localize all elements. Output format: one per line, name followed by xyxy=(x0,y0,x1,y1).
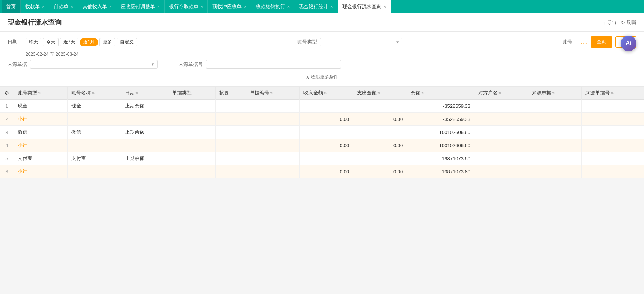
date-btn-1month[interactable]: 近1月 xyxy=(80,38,98,46)
ai-label: Ai xyxy=(626,40,632,47)
close-icon[interactable]: × xyxy=(384,4,386,9)
table-row[interactable]: 6小计0.000.0019871073.60 xyxy=(0,165,644,178)
cell-balance: 100102606.60 xyxy=(407,126,474,139)
collapse-label: 收起更多条件 xyxy=(311,74,338,80)
date-btn-yesterday[interactable]: 昨天 xyxy=(26,38,41,46)
nav-tab-adjustment[interactable]: 应收应付调整单 × xyxy=(116,0,164,13)
nav-tab-cashflow[interactable]: 现金银行流水查询 × xyxy=(338,0,391,13)
sort-icon[interactable]: ⇅ xyxy=(498,91,501,95)
close-icon[interactable]: × xyxy=(42,4,44,9)
cell-doc-type xyxy=(168,165,215,178)
sort-icon[interactable]: ⇅ xyxy=(92,91,95,95)
cell-account-name: 现金 xyxy=(67,100,121,113)
close-icon[interactable]: × xyxy=(287,4,290,9)
col-source-doc-no: 来源单据号⇅ xyxy=(582,87,644,100)
close-icon[interactable]: × xyxy=(71,4,73,9)
col-counterpart: 对方户名⇅ xyxy=(474,87,528,100)
close-icon[interactable]: × xyxy=(201,4,203,9)
close-icon[interactable]: × xyxy=(109,4,111,9)
account-type-select[interactable]: ▾ xyxy=(320,38,402,46)
cell-balance: 19871073.60 xyxy=(407,165,474,178)
cell-source-doc-no xyxy=(582,165,644,178)
account-label: 账号 xyxy=(563,39,578,45)
nav-tab-payment-label: 付款单 xyxy=(54,3,68,10)
date-btn-7days[interactable]: 近7天 xyxy=(60,38,78,46)
table-row[interactable]: 4小计0.000.00100102606.60 xyxy=(0,139,644,152)
cell-source-doc xyxy=(528,100,582,113)
row-number: 4 xyxy=(0,139,14,152)
cell-doc-no xyxy=(246,100,299,113)
nav-tab-bank-deposit[interactable]: 银行存取款单 × xyxy=(165,0,208,13)
nav-tab-other-income-label: 其他收入单 xyxy=(83,3,107,10)
cell-doc-no xyxy=(246,152,299,165)
date-btn-custom[interactable]: 自定义 xyxy=(117,38,137,46)
cell-account-name: 支付宝 xyxy=(67,152,121,165)
date-btn-more[interactable]: 更多 xyxy=(99,38,115,46)
nav-tab-stats-label: 现金银行统计 xyxy=(299,3,328,10)
cell-source-doc-no xyxy=(582,113,644,126)
table-row[interactable]: 3微信微信上期余额100102606.60 xyxy=(0,126,644,139)
date-btn-today[interactable]: 今天 xyxy=(43,38,59,46)
export-button[interactable]: ↑ 导出 xyxy=(603,19,617,26)
export-icon: ↑ xyxy=(603,20,606,25)
cell-doc-type xyxy=(168,139,215,152)
row-number: 5 xyxy=(0,152,14,165)
col-income: 收入金额⇅ xyxy=(299,87,353,100)
close-icon[interactable]: × xyxy=(244,4,246,9)
sort-icon[interactable]: ⇅ xyxy=(135,91,138,95)
nav-tab-verification-label: 收款核销执行 xyxy=(256,3,285,10)
cell-summary xyxy=(215,126,246,139)
ai-assistant-button[interactable]: Ai xyxy=(621,36,636,51)
cell-account-name xyxy=(67,165,121,178)
nav-tab-adjustment-label: 应收应付调整单 xyxy=(121,3,155,10)
sort-icon[interactable]: ⇅ xyxy=(552,91,555,95)
sort-icon[interactable]: ⇅ xyxy=(38,91,41,95)
cell-date: 上期余额 xyxy=(121,100,168,113)
nav-tab-payment[interactable]: 付款单 × xyxy=(49,0,78,13)
table-row[interactable]: 2小计0.000.00-3528659.33 xyxy=(0,113,644,126)
col-settings[interactable]: ⚙ xyxy=(0,87,14,100)
nav-tab-receipt-label: 收款单 xyxy=(25,3,40,10)
close-icon[interactable]: × xyxy=(330,4,333,9)
cell-date xyxy=(121,113,168,126)
sort-icon[interactable]: ⇅ xyxy=(377,91,380,95)
query-button[interactable]: 查询 xyxy=(591,36,612,48)
date-range-display: 2023-02-24 至 2023-03-24 xyxy=(26,52,78,57)
sort-icon[interactable]: ⇅ xyxy=(324,91,327,95)
nav-tab-other-income[interactable]: 其他收入单 × xyxy=(78,0,116,13)
cell-doc-no xyxy=(246,113,299,126)
cell-account-name xyxy=(67,113,121,126)
cell-doc-type xyxy=(168,100,215,113)
table-row[interactable]: 1现金现金上期余额-3528659.33 xyxy=(0,100,644,113)
nav-tab-stats[interactable]: 现金银行统计 × xyxy=(294,0,338,13)
col-doc-no: 单据编号⇅ xyxy=(246,87,299,100)
nav-tab-home[interactable]: 首页 xyxy=(2,0,21,13)
cell-source-doc-no xyxy=(582,152,644,165)
cell-income: 0.00 xyxy=(299,165,353,178)
cell-account-type: 小计 xyxy=(14,139,67,152)
cell-account-type: 微信 xyxy=(14,126,67,139)
nav-tab-receipt[interactable]: 收款单 × xyxy=(21,0,49,13)
cell-account-type: 支付宝 xyxy=(14,152,67,165)
cell-account-type: 现金 xyxy=(14,100,67,113)
sort-icon[interactable]: ⇅ xyxy=(421,91,424,95)
nav-tab-prepaid[interactable]: 预收冲应收单 × xyxy=(208,0,251,13)
cell-summary xyxy=(215,139,246,152)
close-icon[interactable]: × xyxy=(157,4,159,9)
collapse-bar[interactable]: ∧ 收起更多条件 xyxy=(8,72,636,82)
table-row[interactable]: 5支付宝支付宝上期余额19871073.60 xyxy=(0,152,644,165)
cell-expense: 0.00 xyxy=(353,165,407,178)
nav-tab-verification[interactable]: 收款核销执行 × xyxy=(251,0,294,13)
sort-icon[interactable]: ⇅ xyxy=(611,91,614,95)
refresh-button[interactable]: ↻ 刷新 xyxy=(621,19,636,26)
sort-icon[interactable]: ⇅ xyxy=(270,91,273,95)
account-dots-button[interactable]: ... xyxy=(581,39,588,45)
cell-balance: 19871073.60 xyxy=(407,152,474,165)
nav-tab-home-label: 首页 xyxy=(6,3,16,10)
cell-summary xyxy=(215,113,246,126)
cell-counterpart xyxy=(474,126,528,139)
cell-counterpart xyxy=(474,165,528,178)
source-doc-num-input[interactable] xyxy=(206,60,341,69)
source-doc-select[interactable]: ▾ xyxy=(30,60,158,69)
cell-income xyxy=(299,126,353,139)
